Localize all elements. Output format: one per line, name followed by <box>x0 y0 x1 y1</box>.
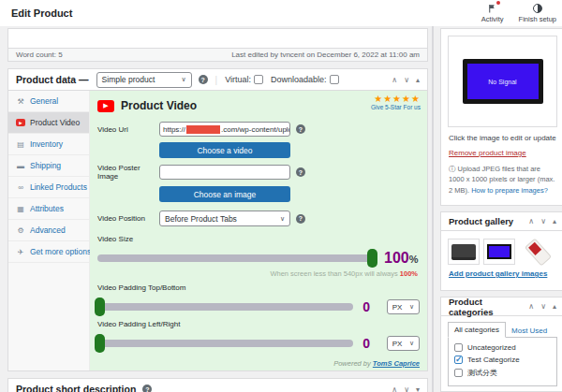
video-url-row: Video Url https:// .com/wp-content/uploa… <box>97 122 420 137</box>
move-down-button[interactable]: ∨ <box>540 217 546 225</box>
product-video-panel: ▶ Product Video ★★★★★ Give 5-Star For us… <box>90 91 427 370</box>
grid-icon: ▦ <box>16 205 25 213</box>
tab-product-video[interactable]: ▶ Product Video <box>8 112 89 134</box>
downloadable-checkbox[interactable] <box>330 75 339 84</box>
gallery-thumb-phone[interactable] <box>519 238 557 266</box>
tab-general[interactable]: ⚒ General <box>8 91 89 112</box>
product-categories-panel: Product categories ∧ ∨ ▴ All categories … <box>440 297 562 392</box>
product-type-select[interactable]: Simple product ∨ <box>96 72 192 88</box>
description-editor: Word count: 5 Last edited by tvncent on … <box>7 28 428 62</box>
tab-linked-products[interactable]: ∞ Linked Products <box>8 177 89 198</box>
product-data-box: Product data — Simple product ∨ ? | Virt… <box>7 68 428 371</box>
video-size-slider[interactable] <box>97 254 375 262</box>
wp-admin-edit-product: Edit Product Activity Finish setup Word … <box>0 0 562 392</box>
tab-get-more-options[interactable]: ✈ Get more options <box>8 241 89 263</box>
slider-handle[interactable] <box>95 298 105 316</box>
short-description-box: Product short description ? ∧ ∨ ▾ <box>7 378 428 392</box>
tab-shipping[interactable]: ▬ Shipping <box>8 155 89 177</box>
tab-most-used[interactable]: Most Used <box>506 324 553 338</box>
size-note: When screen less than 540px will always … <box>97 269 418 278</box>
choose-video-button[interactable]: Choose a video <box>159 142 290 158</box>
choose-image-button[interactable]: Choose an image <box>159 186 290 202</box>
product-gallery-panel: Product gallery ∧ ∨ ▴ Add product galler… <box>440 211 562 291</box>
gallery-thumbnails <box>448 238 557 266</box>
category-checkbox[interactable] <box>454 369 463 377</box>
padding-lr-unit-select[interactable]: PX ∨ <box>387 336 420 351</box>
activity-button[interactable]: Activity <box>481 2 504 23</box>
move-up-button[interactable]: ∧ <box>392 76 397 84</box>
progress-circle-icon <box>532 2 543 14</box>
slider-handle[interactable] <box>367 249 377 268</box>
toggle-button[interactable]: ▾ <box>416 385 420 392</box>
virtual-option: Virtual: <box>225 75 263 84</box>
info-icon: ⓘ <box>449 165 458 173</box>
help-icon[interactable]: ? <box>296 124 305 134</box>
help-icon[interactable]: ? <box>296 167 305 177</box>
move-down-button[interactable]: ∨ <box>404 76 409 84</box>
help-icon[interactable]: ? <box>296 214 305 224</box>
tab-inventory[interactable]: ▤ Inventory <box>8 134 89 155</box>
padding-tb-value: 0 <box>362 299 378 314</box>
padding-tb-label: Video Padding Top/Bottom <box>97 283 420 292</box>
prepare-images-link[interactable]: How to prepare images? <box>471 186 548 195</box>
vertical-scrollbar[interactable] <box>432 26 434 392</box>
virtual-checkbox[interactable] <box>254 75 263 84</box>
five-stars-icon: ★★★★★ <box>371 94 421 104</box>
add-gallery-images-link[interactable]: Add product gallery images <box>449 269 556 278</box>
box-controls: ∧ ∨ ▴ <box>392 76 420 84</box>
youtube-play-icon: ▶ <box>97 100 114 112</box>
finish-setup-button[interactable]: Finish setup <box>519 2 556 23</box>
toms-caprice-link[interactable]: TomS Caprice <box>373 359 420 368</box>
toggle-button[interactable]: ▴ <box>553 302 556 311</box>
video-size-value: 100% <box>384 251 418 267</box>
slider-handle[interactable] <box>95 334 105 353</box>
tv-screen: No Signal <box>467 64 539 99</box>
category-test-categorize: Test Categorize <box>454 356 551 364</box>
wrench-icon: ⚒ <box>16 97 25 106</box>
rate-link[interactable]: ★★★★★ Give 5-Star For us <box>371 94 421 110</box>
divider: | <box>215 75 218 85</box>
help-icon[interactable]: ? <box>142 385 152 392</box>
chevron-down-icon: ∨ <box>280 215 285 223</box>
gallery-header: Product gallery ∧ ∨ ▴ <box>441 212 562 231</box>
category-checkbox[interactable] <box>454 343 463 352</box>
chevron-down-icon: ∨ <box>409 340 414 347</box>
padding-lr-label: Video Padding Left/Right <box>97 320 420 328</box>
notification-dot <box>496 1 500 5</box>
video-size-slider-row: 100% <box>97 249 420 268</box>
product-data-body: ⚒ General ▶ Product Video ▤ Inventory ▬ … <box>8 91 427 370</box>
help-icon[interactable]: ? <box>199 75 208 84</box>
topbar: Edit Product Activity Finish setup <box>0 0 562 26</box>
box-controls: ∧ ∨ ▾ <box>392 385 420 392</box>
product-data-title: Product data — <box>16 74 89 85</box>
tab-all-categories[interactable]: All categories <box>448 322 506 338</box>
toggle-button[interactable]: ▴ <box>416 76 420 84</box>
tab-advanced[interactable]: ⚙ Advanced <box>8 220 89 241</box>
editor-status-bar: Word count: 5 Last edited by tvncent on … <box>8 48 427 61</box>
product-image[interactable]: No Signal <box>448 36 557 127</box>
flag-icon <box>487 2 498 14</box>
gallery-thumb-tv[interactable] <box>483 239 515 265</box>
remove-product-image-link[interactable]: Remove product image <box>449 149 556 157</box>
padding-lr-slider[interactable] <box>97 340 353 347</box>
move-up-button[interactable]: ∧ <box>528 302 534 311</box>
category-checkbox[interactable] <box>454 356 463 364</box>
categories-list: Uncategorized Test Categorize 测试分类 <box>448 337 557 386</box>
poster-image-input[interactable] <box>159 165 290 180</box>
video-url-input[interactable]: https:// .com/wp-content/uploads/2 <box>159 122 290 137</box>
editor-content-area[interactable] <box>8 29 427 48</box>
move-down-button[interactable]: ∨ <box>404 385 409 392</box>
gallery-thumb-monitor[interactable] <box>448 239 480 265</box>
move-down-button[interactable]: ∨ <box>540 302 546 311</box>
categories-body: All categories Most Used Uncategorized T… <box>448 322 557 392</box>
padding-tb-unit-select[interactable]: PX ∨ <box>387 299 420 314</box>
product-image-panel: No Signal Click the image to edit or upd… <box>440 28 562 206</box>
move-up-button[interactable]: ∧ <box>528 217 534 225</box>
toggle-button[interactable]: ▴ <box>553 217 556 225</box>
move-up-button[interactable]: ∧ <box>392 385 397 392</box>
tab-attributes[interactable]: ▦ Attributes <box>8 198 89 220</box>
video-position-select[interactable]: Before Product Tabs ∨ <box>159 211 290 226</box>
word-count: Word count: 5 <box>16 51 63 59</box>
padding-lr-value: 0 <box>362 336 378 351</box>
padding-tb-slider[interactable] <box>97 303 353 311</box>
